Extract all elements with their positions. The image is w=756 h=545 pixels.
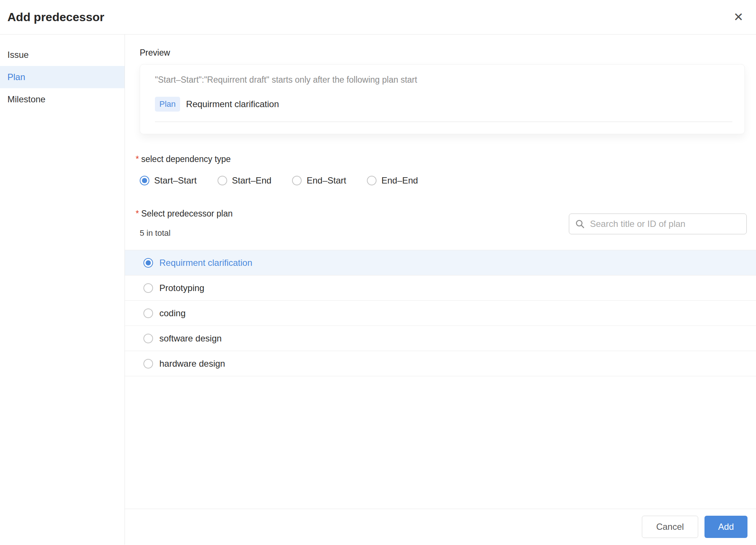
- radio-label: End–End: [381, 175, 418, 186]
- plan-search-box[interactable]: [569, 214, 747, 234]
- radio-icon[interactable]: [143, 308, 153, 318]
- sidebar-item-milestone[interactable]: Milestone: [0, 88, 125, 110]
- dialog-header: Add predecessor ✕: [0, 0, 756, 34]
- radio-icon[interactable]: [218, 176, 227, 185]
- plan-row-label: Requirment clarification: [159, 258, 252, 268]
- plan-row-label: software design: [159, 333, 222, 344]
- radio-start-end[interactable]: Start–End: [218, 175, 272, 186]
- radio-label: End–Start: [306, 175, 346, 186]
- total-count: 5 in total: [140, 228, 233, 238]
- radio-icon[interactable]: [292, 176, 302, 185]
- plan-row-software-design[interactable]: software design: [125, 326, 756, 351]
- close-icon[interactable]: ✕: [732, 10, 745, 24]
- dependency-type-options: Start–Start Start–End End–Start End–End: [140, 175, 756, 186]
- radio-icon[interactable]: [367, 176, 377, 185]
- required-asterisk: *: [136, 154, 139, 164]
- preview-description: "Start–Start":"Requirrent draft" starts …: [155, 65, 732, 85]
- cancel-button[interactable]: Cancel: [642, 516, 698, 538]
- radio-start-start[interactable]: Start–Start: [140, 175, 197, 186]
- preview-card: "Start–Start":"Requirrent draft" starts …: [140, 64, 745, 134]
- plan-row-label: coding: [159, 308, 186, 318]
- preview-divider: [155, 122, 732, 122]
- sidebar: Issue Plan Milestone: [0, 34, 125, 545]
- search-input[interactable]: [589, 218, 740, 229]
- dialog-footer: Cancel Add: [125, 509, 756, 545]
- radio-icon-selected[interactable]: [140, 176, 149, 185]
- radio-label: Start–Start: [154, 175, 197, 186]
- dialog-title: Add predecessor: [7, 10, 104, 24]
- predecessor-header-left: *Select predecessor plan 5 in total: [136, 209, 233, 238]
- required-asterisk: *: [136, 209, 139, 218]
- sidebar-item-issue[interactable]: Issue: [0, 44, 125, 66]
- plan-row-hardware-design[interactable]: hardware design: [125, 351, 756, 376]
- plan-row-coding[interactable]: coding: [125, 301, 756, 326]
- radio-end-end[interactable]: End–End: [367, 175, 418, 186]
- dependency-type-label: *select dependency type: [136, 154, 756, 164]
- preview-plan-name: Requirment clarification: [186, 99, 279, 109]
- plan-row-label: Prototyping: [159, 283, 204, 293]
- plan-type-badge: Plan: [155, 97, 180, 112]
- dependency-type-label-text: select dependency type: [141, 154, 231, 164]
- plan-row-prototyping[interactable]: Prototyping: [125, 275, 756, 301]
- plan-row-label: hardware design: [159, 359, 225, 369]
- search-icon: [575, 219, 585, 229]
- preview-label: Preview: [140, 48, 756, 58]
- predecessor-plan-label-text: Select predecessor plan: [141, 209, 233, 218]
- plan-row-requirment-clarification[interactable]: Requirment clarification: [125, 250, 756, 275]
- radio-icon[interactable]: [143, 283, 153, 293]
- radio-icon[interactable]: [143, 334, 153, 343]
- radio-icon[interactable]: [143, 359, 153, 369]
- radio-icon-selected[interactable]: [143, 258, 153, 268]
- predecessor-plan-label: *Select predecessor plan: [136, 209, 233, 219]
- predecessor-header: *Select predecessor plan 5 in total: [136, 209, 747, 238]
- preview-plan-row: Plan Requirment clarification: [155, 97, 732, 112]
- radio-label: Start–End: [232, 175, 272, 186]
- add-button[interactable]: Add: [704, 516, 747, 538]
- sidebar-item-plan[interactable]: Plan: [0, 66, 125, 88]
- dialog-main: Preview "Start–Start":"Requirrent draft"…: [125, 34, 756, 545]
- predecessor-plan-list: Requirment clarification Prototyping cod…: [125, 250, 756, 376]
- radio-end-start[interactable]: End–Start: [292, 175, 346, 186]
